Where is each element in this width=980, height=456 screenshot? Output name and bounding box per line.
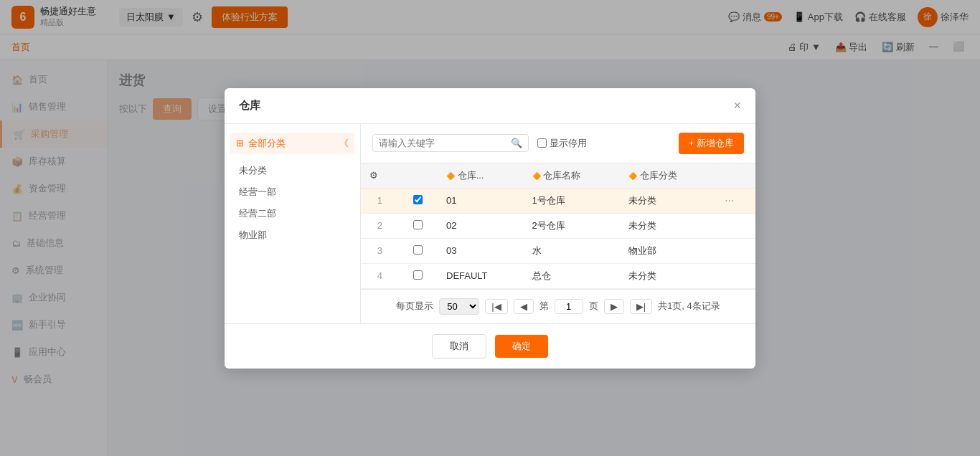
col-category[interactable]: 🔶 仓库分类 (620, 163, 716, 189)
sort-icon-code: 🔶 (446, 172, 455, 180)
row-actions[interactable] (716, 213, 755, 238)
tree-item-property[interactable]: 物业部 (230, 224, 354, 246)
warehouse-modal: 仓库 × ⊞ 全部分类 《 未分类 经营一部 经营二部 (225, 88, 755, 369)
show-disabled-checkbox[interactable]: 显示停用 (537, 137, 587, 150)
row-checkbox[interactable] (413, 245, 423, 255)
row-actions[interactable]: ··· (716, 188, 755, 213)
table-panel: 🔍 显示停用 + 新增仓库 ⚙ (361, 124, 755, 323)
page-label: 第 (540, 300, 549, 313)
row-checkbox[interactable] (413, 195, 423, 204)
next-page-btn[interactable]: ▶ (604, 299, 624, 314)
add-warehouse-button[interactable]: + 新增仓库 (679, 133, 744, 154)
modal-body: ⊞ 全部分类 《 未分类 经营一部 经营二部 物业部 (225, 124, 755, 323)
table-wrap: ⚙ 🔶 仓库... 🔶 仓库名称 (361, 163, 755, 289)
tree-item-ops2[interactable]: 经营二部 (230, 203, 354, 224)
first-page-btn[interactable]: |◀ (485, 299, 507, 314)
row-category: 未分类 (620, 213, 716, 238)
collapse-icon[interactable]: 《 (339, 137, 349, 150)
row-checkbox-cell[interactable] (399, 188, 438, 213)
row-checkbox[interactable] (413, 270, 423, 280)
modal-close-button[interactable]: × (733, 98, 741, 113)
col-actions-header (716, 163, 755, 189)
row-actions[interactable] (716, 263, 755, 288)
row-name: 总仓 (524, 263, 620, 288)
row-checkbox-cell[interactable] (399, 238, 438, 263)
row-name: 1号仓库 (524, 188, 620, 213)
row-checkbox[interactable] (413, 220, 423, 229)
sort-icon-name: 🔶 (532, 172, 541, 180)
table-row[interactable]: 4 DEFAULT 总仓 未分类 (361, 263, 755, 288)
row-category: 物业部 (620, 238, 716, 263)
prev-page-btn[interactable]: ◀ (514, 299, 534, 314)
cancel-button[interactable]: 取消 (432, 334, 486, 358)
pagination: 每页显示 50 10 20 100 |◀ ◀ 第 页 ▶ (361, 289, 755, 323)
row-category: 未分类 (620, 188, 716, 213)
warehouse-table: ⚙ 🔶 仓库... 🔶 仓库名称 (361, 163, 755, 289)
row-name: 2号仓库 (524, 213, 620, 238)
col-settings[interactable]: ⚙ (361, 163, 399, 189)
page-size-select[interactable]: 50 10 20 100 (439, 298, 479, 315)
page-summary: 共1页, 4条记录 (658, 300, 720, 313)
row-checkbox-cell[interactable] (399, 213, 438, 238)
row-name: 水 (524, 238, 620, 263)
col-name[interactable]: 🔶 仓库名称 (524, 163, 620, 189)
last-page-btn[interactable]: ▶| (630, 299, 652, 314)
tree-item-ops1[interactable]: 经营一部 (230, 181, 354, 203)
row-code: DEFAULT (438, 263, 524, 288)
modal-header: 仓库 × (225, 88, 755, 124)
tree-all-categories[interactable]: ⊞ 全部分类 《 (230, 133, 354, 154)
table-toolbar: 🔍 显示停用 + 新增仓库 (361, 124, 755, 163)
table-row[interactable]: 1 01 1号仓库 未分类 ··· (361, 188, 755, 213)
table-row[interactable]: 3 03 水 物业部 (361, 238, 755, 263)
tree-panel: ⊞ 全部分类 《 未分类 经营一部 经营二部 物业部 (225, 124, 361, 323)
page-input[interactable] (555, 299, 583, 314)
modal-title: 仓库 (239, 99, 260, 113)
page-suffix: 页 (589, 300, 598, 313)
disabled-checkbox[interactable] (537, 138, 547, 148)
page-size-dropdown[interactable]: 50 10 20 100 (439, 298, 479, 315)
search-input[interactable] (379, 138, 508, 148)
row-code: 02 (438, 213, 524, 238)
table-header-row: ⚙ 🔶 仓库... 🔶 仓库名称 (361, 163, 755, 189)
modal-overlay[interactable]: 仓库 × ⊞ 全部分类 《 未分类 经营一部 经营二部 (0, 0, 980, 456)
confirm-button[interactable]: 确定 (495, 335, 548, 358)
row-code: 03 (438, 238, 524, 263)
col-checkbox (399, 163, 438, 189)
tree-item-unclassified[interactable]: 未分类 (230, 160, 354, 181)
row-num: 4 (361, 263, 399, 288)
search-icon: 🔍 (511, 138, 522, 148)
row-num: 1 (361, 188, 399, 213)
row-num: 2 (361, 213, 399, 238)
sort-icon-category: 🔶 (628, 172, 637, 180)
per-page-label: 每页显示 (396, 300, 433, 313)
row-num: 3 (361, 238, 399, 263)
row-code: 01 (438, 188, 524, 213)
row-checkbox-cell[interactable] (399, 263, 438, 288)
modal-footer: 取消 确定 (225, 323, 755, 369)
row-category: 未分类 (620, 263, 716, 288)
search-wrap: 🔍 (372, 134, 529, 152)
col-code[interactable]: 🔶 仓库... (438, 163, 524, 189)
table-row[interactable]: 2 02 2号仓库 未分类 (361, 213, 755, 238)
row-actions[interactable] (716, 238, 755, 263)
